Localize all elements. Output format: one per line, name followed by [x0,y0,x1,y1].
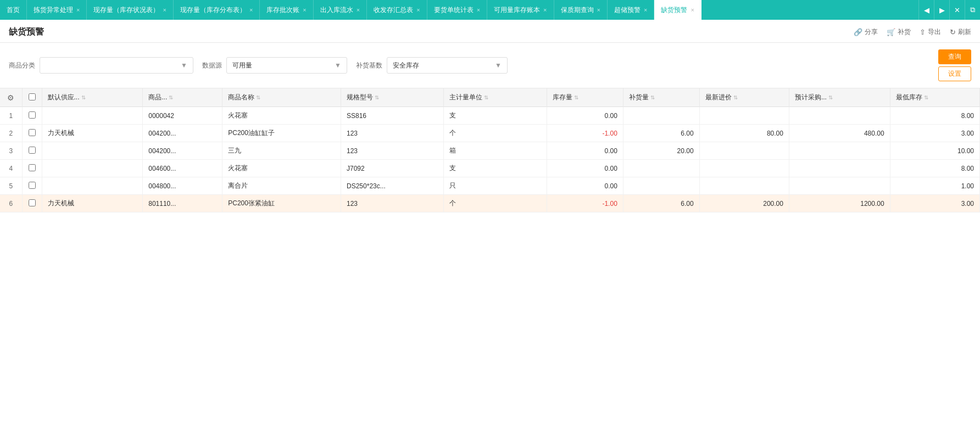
row-select-4[interactable] [29,164,36,171]
filter-select-replenish-base[interactable]: 安全库存 ▼ [387,57,508,74]
cell-latest-price-5 [699,177,789,195]
cell-est-purchase-5 [789,177,890,195]
row-num-2: 2 [0,125,22,142]
tab-home[interactable]: 首页 [0,0,27,20]
close-tab-inventory-status[interactable]: × [163,7,166,13]
close-tab-summary[interactable]: × [416,7,420,13]
col-header-est-purchase[interactable]: 预计采购... ⇅ [789,88,890,107]
tab-flow[interactable]: 出入库流水 × [314,0,367,20]
close-tab-batch[interactable]: × [303,7,306,13]
sort-icon-est-purchase: ⇅ [828,94,833,100]
query-button[interactable]: 查询 [938,49,971,64]
table-body: 1 0000042 火花塞 SS816 支 0.00 8.00 2 力天机械 0… [0,107,980,212]
sort-icon-min-stock: ⇅ [924,94,928,100]
close-tab-shortage[interactable]: × [691,7,694,13]
row-select-3[interactable] [29,147,36,154]
cell-name-3: 三九 [222,142,341,160]
cell-replenish-4 [623,160,699,177]
row-checkbox-6[interactable] [22,195,42,212]
sort-icon-code: ⇅ [169,94,173,100]
row-checkbox-2[interactable] [22,125,42,142]
tab-picking[interactable]: 拣货异常处理 × [27,0,87,20]
tab-summary[interactable]: 收发存汇总表 × [367,0,427,20]
cell-code-2: 004200... [143,125,222,142]
close-tab-overstock[interactable]: × [644,7,647,13]
row-num-5: 5 [0,177,22,195]
share-button[interactable]: 🔗 分享 [854,27,878,37]
tab-expiry[interactable]: 保质期查询 × [554,0,608,20]
close-tab-available[interactable]: × [543,7,547,13]
filter-select-category[interactable]: ▼ [40,57,193,74]
refresh-button[interactable]: ↻ 刷新 [950,27,971,37]
tab-prev-button[interactable]: ◀ [918,0,934,20]
tab-inventory-dist[interactable]: 现存量（库存分布表） × [174,0,260,20]
tab-inventory-status[interactable]: 现存量（库存状况表） × [87,0,173,20]
sort-icon-stock: ⇅ [574,94,578,100]
settings-button[interactable]: 设置 [938,66,971,81]
cell-min-stock-1: 8.00 [890,107,979,125]
row-checkbox-4[interactable] [22,160,42,177]
col-header-settings[interactable]: ⚙ [0,88,22,107]
filter-select-datasource[interactable]: 可用量 ▼ [226,57,347,74]
tab-available[interactable]: 可用量库存账本 × [487,0,554,20]
cell-name-2: PC200油缸缸子 [222,125,341,142]
col-header-latest-price[interactable]: 最新进价 ⇅ [699,88,789,107]
table-row: 3 004200... 三九 123 箱 0.00 20.00 10.00 [0,142,980,160]
col-header-spec[interactable]: 规格型号 ⇅ [341,88,444,107]
tab-order-stats[interactable]: 要货单统计表 × [427,0,487,20]
col-header-min-stock[interactable]: 最低库存 ⇅ [890,88,979,107]
row-checkbox-5[interactable] [22,177,42,195]
col-header-name[interactable]: 商品名称 ⇅ [222,88,341,107]
close-tab-expiry[interactable]: × [597,7,600,13]
row-checkbox-3[interactable] [22,142,42,160]
row-select-5[interactable] [29,182,36,189]
cell-unit-2: 个 [444,125,547,142]
tab-bar: 首页 拣货异常处理 × 现存量（库存状况表） × 现存量（库存分布表） × 库存… [0,0,980,20]
cell-supplier-6: 力天机械 [42,195,143,212]
export-button[interactable]: ⇧ 导出 [920,27,941,37]
close-tab-flow[interactable]: × [357,7,360,13]
cell-name-6: PC200张紧油缸 [222,195,341,212]
cell-latest-price-6: 200.00 [699,195,789,212]
close-tab-picking[interactable]: × [76,7,80,13]
close-tab-order-stats[interactable]: × [477,7,480,13]
cell-spec-3: 123 [341,142,444,160]
cell-stock-4: 0.00 [547,160,623,177]
tab-overstock[interactable]: 超储预警 × [608,0,654,20]
cell-supplier-5 [42,177,143,195]
cell-unit-3: 箱 [444,142,547,160]
row-select-1[interactable] [29,111,36,119]
replenish-button[interactable]: 🛒 补货 [887,27,911,37]
cell-min-stock-3: 10.00 [890,142,979,160]
tab-shortage[interactable]: 缺货预警 × [654,0,701,20]
tab-batch[interactable]: 库存批次账 × [260,0,313,20]
table-row: 1 0000042 火花塞 SS816 支 0.00 8.00 [0,107,980,125]
tab-next-button[interactable]: ▶ [934,0,949,20]
tab-expand-button[interactable]: ⧉ [965,0,980,20]
cell-replenish-3: 20.00 [623,142,699,160]
col-header-replenish[interactable]: 补货量 ⇅ [623,88,699,107]
settings-gear-icon[interactable]: ⚙ [7,93,14,102]
select-all-checkbox[interactable] [29,93,36,100]
row-select-2[interactable] [29,129,36,136]
cell-code-6: 801110... [143,195,222,212]
col-header-supplier[interactable]: 默认供应... ⇅ [42,88,143,107]
col-header-stock[interactable]: 库存量 ⇅ [547,88,623,107]
table-row: 2 力天机械 004200... PC200油缸缸子 123 个 -1.00 6… [0,125,980,142]
tab-close-button[interactable]: ✕ [949,0,965,20]
cell-name-5: 离合片 [222,177,341,195]
cell-stock-2: -1.00 [547,125,623,142]
cell-name-1: 火花塞 [222,107,341,125]
col-header-checkbox[interactable] [22,88,42,107]
close-tab-inventory-dist[interactable]: × [249,7,253,13]
col-header-code[interactable]: 商品... ⇅ [143,88,222,107]
cell-est-purchase-3 [789,142,890,160]
col-header-unit[interactable]: 主计量单位 ⇅ [444,88,547,107]
cell-min-stock-5: 1.00 [890,177,979,195]
cell-min-stock-2: 3.00 [890,125,979,142]
row-checkbox-1[interactable] [22,107,42,125]
row-select-6[interactable] [29,199,36,206]
cell-spec-1: SS816 [341,107,444,125]
table-container: ⚙ 默认供应... ⇅ 商品... ⇅ [0,88,980,212]
dropdown-arrow-datasource: ▼ [335,61,341,69]
